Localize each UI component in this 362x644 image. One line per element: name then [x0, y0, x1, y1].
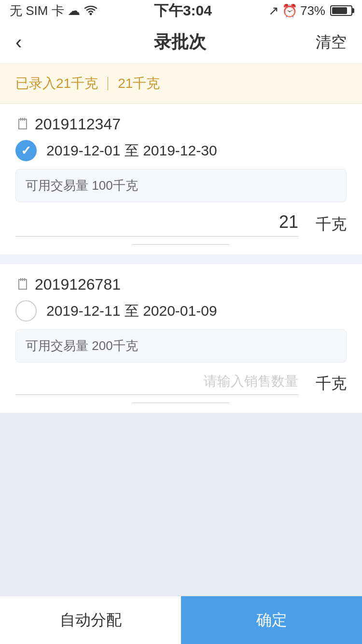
batch-2-available: 可用交易量 200千克: [15, 329, 347, 363]
status-bar: 无 SIM 卡 ☁ 下午3:04 ↗ ⏰ 73%: [0, 0, 362, 21]
batch-card-2: 🗒 2019126781 2019-12-11 至 2020-01-09 可用交…: [0, 264, 362, 413]
summary-value: 21千克: [118, 74, 160, 93]
batch-1-quantity-value: 21: [279, 212, 298, 232]
auto-distribute-button[interactable]: 自动分配: [0, 596, 181, 644]
confirm-button[interactable]: 确定: [181, 596, 362, 644]
status-right: ↗ ⏰ 73%: [268, 3, 352, 18]
location-icon: ↗: [268, 3, 279, 18]
batch-1-input-area[interactable]: 21: [15, 212, 298, 237]
batch-1-header-section: 🗒 2019112347 2019-12-01 至 2019-12-30 可用交…: [0, 104, 362, 202]
back-button[interactable]: ‹: [15, 31, 44, 53]
batch-1-date: 2019-12-01 至 2019-12-30: [46, 141, 217, 161]
nav-bar: ‹ 录批次 清空: [0, 21, 362, 64]
batch-1-id: 2019112347: [35, 115, 121, 133]
wifi-icon: [84, 5, 97, 16]
batch-1-available: 可用交易量 100千克: [15, 169, 347, 202]
summary-divider: [108, 77, 108, 90]
batch-2-header-section: 🗒 2019126781 2019-12-11 至 2020-01-09 可用交…: [0, 264, 362, 363]
clear-button[interactable]: 清空: [316, 32, 347, 53]
batch-1-date-row[interactable]: 2019-12-01 至 2019-12-30: [15, 140, 347, 161]
page-title: 录批次: [154, 30, 206, 54]
batch-1-radio[interactable]: [15, 140, 37, 161]
batch-2-date: 2019-12-11 至 2020-01-09: [46, 301, 217, 321]
batch-2-id-row: 🗒 2019126781: [15, 276, 347, 294]
content-area: 🗒 2019112347 2019-12-01 至 2019-12-30 可用交…: [0, 104, 362, 644]
battery-percent: 73%: [300, 3, 325, 18]
summary-banner: 已录入21千克 21千克: [0, 64, 362, 104]
status-left: 无 SIM 卡 ☁: [10, 2, 97, 19]
batch-2-unit: 千克: [316, 373, 347, 394]
batch-2-underline: [0, 400, 362, 413]
doc-icon-1: 🗒: [15, 115, 31, 133]
batch-1-underline: [0, 241, 362, 254]
batch-1-quantity-row: 21 千克: [0, 202, 362, 241]
bottom-actions: 自动分配 确定: [0, 596, 362, 644]
battery-icon: [330, 5, 352, 16]
summary-label: 已录入21千克: [15, 74, 98, 93]
batch-1-id-row: 🗒 2019112347: [15, 115, 347, 133]
alarm-icon: ⏰: [282, 3, 297, 18]
batch-2-placeholder: 请输入销售数量: [204, 372, 298, 391]
section-divider: [0, 254, 362, 264]
svg-point-0: [89, 13, 92, 15]
batch-2-input-area[interactable]: 请输入销售数量: [15, 372, 298, 395]
batch-2-quantity-row: 请输入销售数量 千克: [0, 363, 362, 400]
doc-icon-2: 🗒: [15, 276, 31, 294]
batch-2-radio[interactable]: [15, 300, 37, 322]
no-sim-label: 无 SIM 卡 ☁: [10, 2, 80, 19]
batch-1-unit: 千克: [316, 214, 347, 235]
status-time: 下午3:04: [154, 1, 212, 21]
batch-card-1: 🗒 2019112347 2019-12-01 至 2019-12-30 可用交…: [0, 104, 362, 254]
batch-2-id: 2019126781: [35, 276, 121, 294]
batch-2-date-row[interactable]: 2019-12-11 至 2020-01-09: [15, 300, 347, 322]
